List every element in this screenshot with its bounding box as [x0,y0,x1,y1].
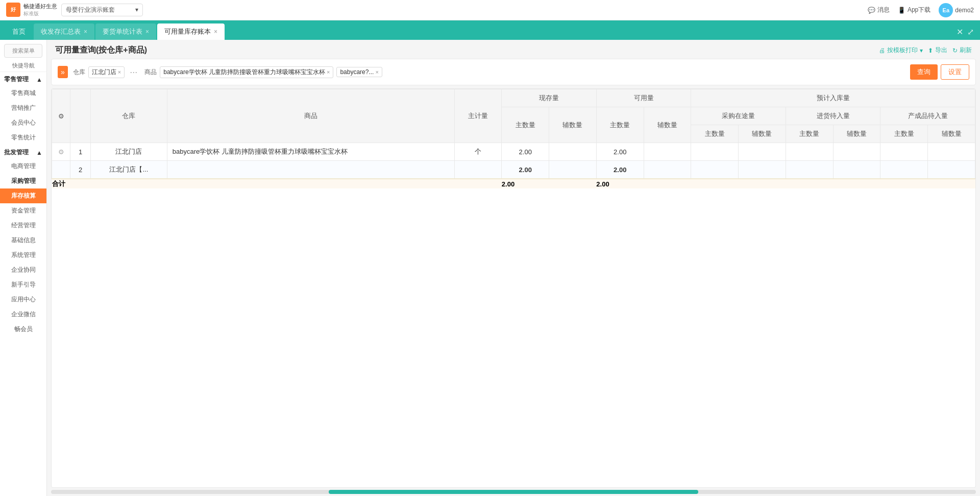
total-stock-aux [549,179,597,188]
col-stock-group: 现存量 [502,89,597,107]
total-purchase-main [691,179,739,188]
close-tab-icon[interactable]: ✕ [957,27,963,37]
tab-item-yaohuo[interactable]: 要货单统计表 × [95,23,156,40]
col-inbound-main-header: 主数量 [786,125,833,143]
col-inbound-group: 进货待入量 [786,107,880,125]
sidebar-group-retail[interactable]: 零售管理 ▲ [0,72,46,86]
industry-label: 母婴行业演示账套 [66,6,115,14]
tab-item-shoufa[interactable]: 收发存汇总表 × [34,23,94,40]
sidebar-item-purchase[interactable]: 采购管理 [0,174,46,188]
search-menu-btn[interactable]: 搜索菜单 [4,44,42,58]
tab-close-icon[interactable]: × [214,28,217,35]
sidebar-group-wholesale[interactable]: 批发管理 ▲ [0,145,46,159]
remove-warehouse-icon[interactable]: × [118,69,121,75]
sidebar-item-app-center[interactable]: 应用中心 [0,292,46,307]
cell-product-main [880,161,928,179]
col-warehouse-header: 仓库 [91,89,167,143]
print-icon: 🖨 [879,47,885,54]
industry-select[interactable]: 母婴行业演示账套 ▾ [61,4,143,16]
goods-tag1[interactable]: babycare学饮杯 儿童防摔防撞吸管杯重力球吸嘴杯宝宝水杯 × [160,66,333,78]
cell-gear[interactable]: ⚙ [52,143,70,161]
footer-area [47,488,980,496]
filter-toggle-btn[interactable]: » [58,66,68,78]
sidebar-item-basic-info[interactable]: 基础信息 [0,233,46,248]
tab-home[interactable]: 首页 [4,23,34,40]
page-title: 可用量查询(按仓库+商品) [55,45,147,56]
message-action[interactable]: 💬 消息 [868,6,890,14]
scrollbar-track[interactable] [51,490,976,494]
sidebar-item-collab[interactable]: 企业协同 [0,263,46,277]
remove-goods1-icon[interactable]: × [327,69,330,75]
cell-inbound-main [786,161,833,179]
warehouse-filter: 仓库 江北门店 × ··· [73,66,139,78]
col-unit-header: 主计量 [454,89,502,143]
sidebar-item-member[interactable]: 畅会员 [0,322,46,337]
expand-icon[interactable]: ⤢ [967,27,974,37]
tab-close-icon[interactable]: × [145,28,149,35]
query-btn[interactable]: 查询 [910,64,938,80]
sidebar-item-marketing[interactable]: 营销推广 [0,101,46,115]
cell-warehouse: 江北门店【... [91,161,167,179]
cell-inbound-aux [833,143,880,161]
goods-tag2[interactable]: babycare?... × [336,67,382,77]
export-btn[interactable]: ⬆ 导出 [928,46,947,55]
goods-filter: 商品 babycare学饮杯 儿童防摔防撞吸管杯重力球吸嘴杯宝宝水杯 × bab… [144,66,382,78]
cell-purchase-aux [739,161,786,179]
warehouse-label: 仓库 [73,68,85,77]
col-avail-aux-header: 辅数量 [644,107,691,143]
export-icon: ⬆ [928,47,933,54]
total-stock-main: 2.00 [502,179,549,188]
sidebar-nav-btn[interactable]: 快捷导航 [0,60,46,72]
sidebar-item-retail-shop[interactable]: 零售商城 [0,86,46,101]
chevron-down-icon: ▾ [135,6,138,13]
top-bar: 好 畅捷通好生意 标准版 母婴行业演示账套 ▾ 💬 消息 📱 App下载 Ea … [0,0,980,20]
goods-tag1-text: babycare学饮杯 儿童防摔防撞吸管杯重力球吸嘴杯宝宝水杯 [163,68,325,77]
remove-goods2-icon[interactable]: × [375,69,378,75]
username-label: demo2 [955,7,974,14]
app-download-action[interactable]: 📱 App下载 [898,6,930,14]
col-product-aux-header: 辅数量 [928,125,975,143]
refresh-label: 刷新 [960,46,972,55]
cell-avail-aux [644,143,691,161]
sidebar-item-retail-stats[interactable]: 零售统计 [0,130,46,145]
more-dots-icon[interactable]: ··· [130,67,137,78]
sidebar-item-enterprise-wechat[interactable]: 企业微信 [0,307,46,322]
sidebar-item-system[interactable]: 系统管理 [0,248,46,263]
col-inbound-aux-header: 辅数量 [833,125,880,143]
cell-avail-main: 2.00 [596,161,644,179]
refresh-btn[interactable]: ↻ 刷新 [952,46,972,55]
cell-inbound-aux [833,161,880,179]
tab-item-keyongliang[interactable]: 可用量库存账本 × [157,23,225,40]
col-stock-aux-header: 辅数量 [549,107,597,143]
col-avail-main-header: 主数量 [596,107,644,143]
warehouse-tag[interactable]: 江北门店 × [88,66,125,78]
cell-stock-aux [549,143,597,161]
chevron-up-icon: ▲ [36,76,42,83]
sidebar-item-ecommerce[interactable]: 电商管理 [0,159,46,174]
cell-stock-main: 2.00 [502,143,549,161]
total-inbound-aux [833,179,880,188]
col-product-group: 产成品待入量 [880,107,975,125]
cell-purchase-main [691,143,739,161]
user-profile[interactable]: Ea demo2 [939,3,974,17]
sidebar-group-label-text: 批发管理 [4,148,29,157]
print-btn[interactable]: 🖨 按模板打印 ▾ [879,46,923,55]
tab-bar-right: ✕ ⤢ [950,23,980,40]
page-header: 可用量查询(按仓库+商品) 🖨 按模板打印 ▾ ⬆ 导出 ↻ 刷新 [47,40,980,59]
sidebar-item-finance[interactable]: 资金管理 [0,203,46,218]
sidebar-item-newbie[interactable]: 新手引导 [0,277,46,292]
settings-btn[interactable]: 设置 [941,64,969,80]
tab-label: 收发存汇总表 [41,27,81,36]
tab-close-icon[interactable]: × [84,28,87,35]
cell-gear[interactable] [52,161,70,179]
cell-warehouse: 江北门店 [91,143,167,161]
total-product-main [880,179,928,188]
total-purchase-aux [739,179,786,188]
sidebar-item-membership[interactable]: 会员中心 [0,115,46,130]
sidebar-item-operations[interactable]: 经营管理 [0,218,46,233]
col-gear-header[interactable]: ⚙ [52,89,70,143]
col-product-main-header: 主数量 [880,125,928,143]
sidebar-item-inventory[interactable]: 库存核算 [0,188,46,203]
scrollbar-thumb[interactable] [329,490,699,494]
home-label: 首页 [12,27,26,36]
